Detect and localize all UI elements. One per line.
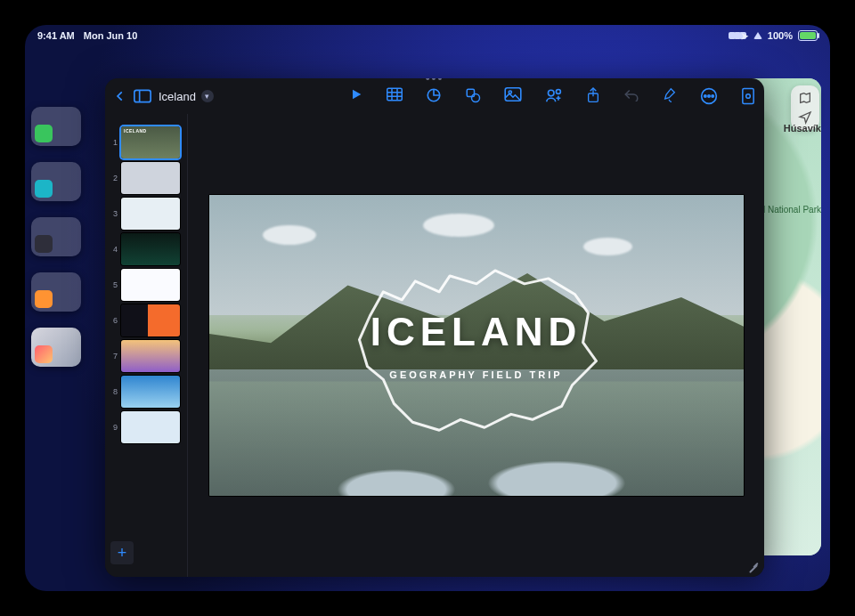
map-layers-icon[interactable]	[798, 91, 812, 105]
slide-title[interactable]: ICELAND	[209, 310, 744, 354]
image-icon[interactable]	[504, 87, 522, 105]
more-icon[interactable]	[700, 87, 718, 105]
slide-thumbnail-6[interactable]: 6	[109, 304, 183, 336]
slide-content[interactable]: ICELAND GEOGRAPHY FIELD TRIP	[209, 195, 744, 496]
slide-navigator: 1ICELAND 2 3 4 5 6 7 8 9 +	[105, 114, 188, 577]
messages-app-icon	[35, 125, 53, 142]
collaborate-icon[interactable]	[545, 87, 563, 105]
battery-icon	[798, 30, 818, 41]
status-date: Mon Jun 10	[84, 30, 138, 41]
sidebar-toggle-button[interactable]	[134, 89, 151, 103]
share-icon[interactable]	[586, 87, 600, 105]
document-options-icon[interactable]	[741, 87, 755, 105]
slide-thumbnail-2[interactable]: 2	[109, 162, 183, 194]
stage-tile-calculator[interactable]	[31, 272, 81, 312]
keynote-toolbar	[349, 87, 755, 105]
stage-tile-messages[interactable]	[31, 107, 81, 146]
back-button[interactable]	[114, 88, 126, 104]
status-time: 9:41 AM	[37, 30, 75, 41]
document-title-text: Iceland	[159, 90, 196, 103]
chevron-down-icon[interactable]: ▾	[201, 90, 214, 102]
svg-point-19	[708, 95, 710, 97]
status-bar: 9:41 AM Mon Jun 10 ➤ 100%	[25, 25, 830, 45]
location-arrow-icon: ➤	[741, 31, 748, 41]
undo-icon[interactable]	[623, 87, 639, 105]
wifi-icon	[753, 32, 762, 39]
slide-thumbnail-9[interactable]: 9	[109, 411, 183, 443]
window-handle-icon[interactable]: •••	[426, 78, 444, 85]
ipad-device-frame: 9:41 AM Mon Jun 10 ➤ 100% Húsavík Vatnaj…	[0, 0, 855, 616]
format-brush-icon[interactable]	[663, 87, 677, 105]
ipad-screen: 9:41 AM Mon Jun 10 ➤ 100% Húsavík Vatnaj…	[25, 25, 830, 591]
battery-pct: 100%	[768, 30, 793, 41]
slide-thumbnail-3[interactable]: 3	[109, 198, 183, 230]
stage-tile-files[interactable]	[31, 162, 81, 201]
play-icon[interactable]	[349, 87, 363, 105]
svg-rect-2	[387, 88, 403, 101]
svg-point-13	[556, 89, 560, 93]
add-slide-button[interactable]: +	[110, 541, 134, 564]
document-title[interactable]: Iceland ▾	[159, 90, 214, 103]
files-app-icon	[35, 180, 53, 198]
svg-point-18	[704, 95, 706, 97]
slide-thumbnail-8[interactable]: 8	[109, 376, 183, 408]
keynote-app-window: ••• Iceland ▾	[105, 78, 764, 577]
svg-point-22	[746, 94, 751, 99]
three-dots-icon[interactable]	[729, 32, 736, 39]
slide-canvas[interactable]: ICELAND GEOGRAPHY FIELD TRIP	[188, 114, 764, 577]
window-resize-handle[interactable]	[745, 557, 759, 571]
slide-thumbnail-7[interactable]: 7	[109, 340, 183, 372]
table-icon[interactable]	[387, 87, 403, 105]
stage-manager-strip	[25, 53, 87, 582]
stage-tile-translate[interactable]	[31, 217, 81, 256]
slide-subtitle[interactable]: GEOGRAPHY FIELD TRIP	[209, 369, 744, 380]
slide-thumbnail-5[interactable]: 5	[109, 269, 183, 301]
photos-app-icon	[35, 345, 53, 363]
shape-icon[interactable]	[465, 87, 481, 105]
translate-app-icon	[35, 235, 53, 253]
svg-rect-0	[134, 90, 151, 101]
svg-point-20	[712, 95, 713, 97]
slide-thumbnail-1[interactable]: 1ICELAND	[109, 126, 183, 158]
chart-icon[interactable]	[426, 87, 442, 105]
calculator-app-icon	[35, 290, 53, 308]
svg-point-9	[472, 94, 480, 102]
stage-tile-photos[interactable]	[31, 328, 81, 367]
slide-thumbnail-4[interactable]: 4	[109, 233, 183, 265]
svg-point-12	[548, 90, 554, 96]
svg-rect-21	[743, 89, 753, 104]
